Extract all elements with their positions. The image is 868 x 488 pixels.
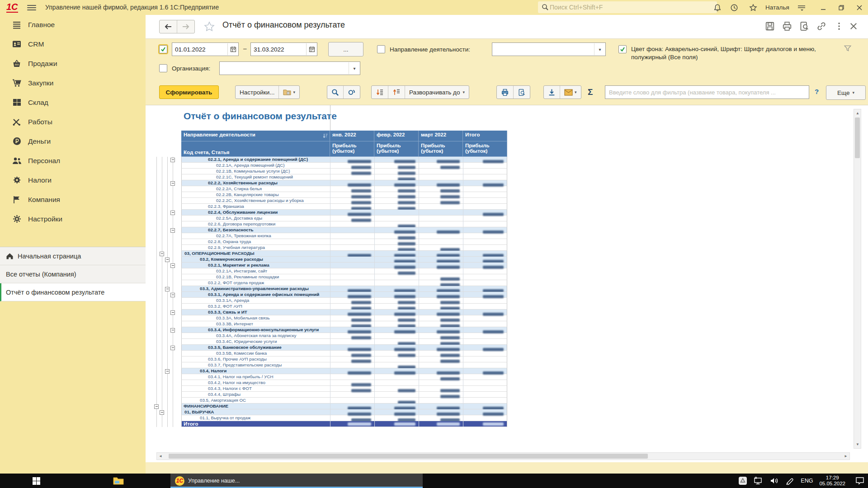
table-row[interactable]: 03.2.1В, Рекламные площадки [156, 274, 507, 280]
calendar-icon[interactable] [227, 43, 238, 55]
value-cell[interactable] [419, 216, 463, 221]
value-cell[interactable] [330, 380, 374, 386]
settings-button[interactable]: Настройки... [236, 86, 278, 99]
value-cell[interactable] [330, 169, 374, 174]
value-cell[interactable] [374, 221, 419, 227]
table-row[interactable]: 02.2.1С, Текущий ремонт помещений [156, 174, 507, 180]
value-cell[interactable] [330, 292, 374, 298]
taskbar-app-button[interactable]: 1С Управление наше... [170, 474, 423, 488]
period-checkbox[interactable] [159, 45, 167, 53]
value-cell[interactable] [419, 327, 463, 333]
collapse-node-icon[interactable] [170, 328, 175, 333]
value-cell[interactable] [463, 380, 507, 386]
collapse-node-icon[interactable] [170, 293, 175, 297]
value-cell[interactable] [419, 351, 463, 357]
table-row[interactable]: 02.2.5А, Доставка еды [156, 216, 507, 221]
value-cell[interactable] [374, 268, 419, 274]
value-cell[interactable] [419, 415, 463, 421]
collapse-node-icon[interactable] [170, 346, 175, 350]
table-row[interactable]: 02.2.3, Франшиза [156, 204, 507, 210]
sidebar-item-sklad[interactable]: Склад [0, 93, 146, 112]
value-cell[interactable] [374, 362, 419, 368]
user-name[interactable]: Наталья [765, 4, 789, 11]
column-subheader[interactable]: Прибыль (убыток) [330, 141, 374, 157]
table-row[interactable]: 03.3.1А, Аренда [156, 298, 507, 304]
report-variants-icon[interactable]: ▾ [278, 86, 299, 99]
table-row[interactable]: 02.2.2С, Хозяйственные расходы и уборка [156, 198, 507, 204]
value-cell[interactable] [330, 351, 374, 357]
chevron-down-icon[interactable]: ▾ [349, 62, 360, 74]
value-cell[interactable] [463, 339, 507, 345]
value-cell[interactable] [330, 386, 374, 392]
save-icon[interactable] [765, 21, 775, 31]
value-cell[interactable] [330, 392, 374, 398]
table-row[interactable]: 03.2.2, ФОТ отдела продаж [156, 280, 507, 286]
value-cell[interactable] [374, 345, 419, 351]
value-cell[interactable] [463, 368, 507, 374]
value-cell[interactable] [330, 157, 374, 163]
value-cell[interactable] [463, 357, 507, 362]
value-cell[interactable] [463, 327, 507, 333]
value-cell[interactable] [374, 392, 419, 398]
value-cell[interactable] [330, 310, 374, 315]
sidebar-item-glavnoe[interactable]: Главное [0, 15, 146, 34]
table-row[interactable]: 03.3.3А, Мобильная связь [156, 315, 507, 321]
value-cell[interactable] [330, 245, 374, 251]
table-row[interactable]: 02.2.7А, Тревожная кнопка [156, 233, 507, 239]
expand-to-button[interactable]: Разворачивать до▾ [405, 86, 469, 99]
vertical-scroll-thumb[interactable] [855, 117, 860, 158]
value-cell[interactable] [330, 257, 374, 263]
value-cell[interactable] [419, 304, 463, 310]
start-button[interactable] [28, 474, 44, 488]
sidebar-item-zakupki[interactable]: Закупки [0, 73, 146, 93]
collapse-node-icon[interactable] [165, 287, 170, 291]
value-cell[interactable] [374, 192, 419, 198]
value-cell[interactable] [374, 186, 419, 192]
value-cell[interactable] [330, 368, 374, 374]
filter-funnel-icon[interactable] [844, 44, 852, 52]
value-cell[interactable] [374, 415, 419, 421]
value-cell[interactable] [374, 239, 419, 245]
value-cell[interactable] [330, 186, 374, 192]
value-cell[interactable] [374, 286, 419, 292]
scroll-left-icon[interactable]: ◄ [157, 453, 164, 460]
column-subheader[interactable]: Прибыль (убыток) [374, 141, 419, 157]
organization-checkbox[interactable] [159, 64, 167, 72]
value-cell[interactable] [419, 251, 463, 257]
minimize-button[interactable] [818, 3, 828, 13]
value-cell[interactable] [374, 333, 419, 339]
sort-icon[interactable] [323, 133, 328, 138]
help-icon[interactable]: ? [815, 88, 819, 95]
value-cell[interactable] [419, 298, 463, 304]
value-cell[interactable] [419, 409, 463, 415]
value-cell[interactable] [330, 321, 374, 327]
more-button[interactable]: Еще▾ [826, 85, 866, 100]
value-cell[interactable] [419, 180, 463, 186]
sidebar-item-dengi[interactable]: Деньги [0, 131, 146, 151]
value-cell[interactable] [419, 245, 463, 251]
table-row[interactable]: 03.3.4, Информационно-консультационные у… [156, 327, 507, 333]
value-cell[interactable] [374, 251, 419, 257]
column-header[interactable]: янв. 2022 [330, 131, 374, 141]
value-cell[interactable] [463, 216, 507, 221]
column-header[interactable]: Итого [463, 131, 507, 141]
collapse-node-icon[interactable] [170, 310, 175, 315]
table-row[interactable]: 03.2.1, Маркетинг и реклама [156, 263, 507, 268]
value-cell[interactable] [463, 315, 507, 321]
value-cell[interactable] [330, 174, 374, 180]
value-cell[interactable] [374, 216, 419, 221]
value-cell[interactable] [419, 198, 463, 204]
collapse-node-icon[interactable] [160, 252, 164, 256]
table-row[interactable]: 02.2.7, Безопасность [156, 227, 507, 233]
value-cell[interactable] [419, 368, 463, 374]
value-cell[interactable] [463, 257, 507, 263]
value-cell[interactable] [374, 227, 419, 233]
forward-button[interactable] [177, 20, 194, 33]
action-center-icon[interactable] [855, 477, 864, 485]
table-row[interactable]: 02.2.2, Хозяйственные расходы [156, 180, 507, 186]
value-cell[interactable] [330, 210, 374, 216]
column-header[interactable]: март 2022 [419, 131, 463, 141]
collapse-node-icon[interactable] [165, 258, 170, 262]
value-cell[interactable] [374, 386, 419, 392]
table-row[interactable]: 02.2.1А, Аренда помещений (ДС) [156, 163, 507, 169]
